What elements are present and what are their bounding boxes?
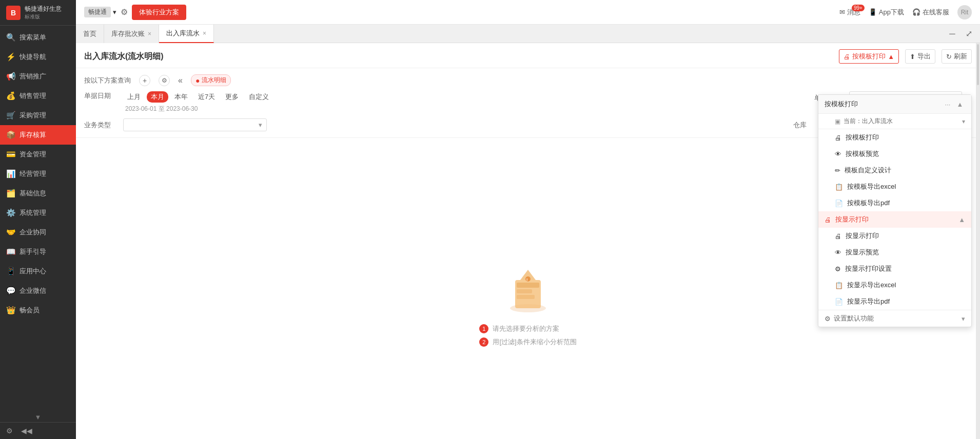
tab-close-stock-flow[interactable]: × [203,30,206,37]
sidebar-item-nav[interactable]: ⚡ 快捷导航 [0,47,76,67]
business-type-select[interactable]: ▾ [123,118,267,131]
nav-icon: ⚡ [6,52,15,62]
sidebar-item-basic[interactable]: 🗂️ 基础信息 [0,184,76,203]
sidebar-item-search[interactable]: 🔍 搜索菜单 [0,28,76,47]
sidebar-item-system[interactable]: ⚙️ 系统管理 [0,203,76,223]
sidebar-item-coop[interactable]: 🤝 企业协同 [0,223,76,242]
sidebar-menu: 🔍 搜索菜单 ⚡ 快捷导航 📢 营销推广 💰 销售管理 🛒 采购管理 📦 [0,26,76,412]
tab-minimize-btn[interactable]: ─ [945,27,959,41]
operation-icon: 📊 [6,169,15,178]
message-btn[interactable]: ✉ 消息 99+ [839,8,860,17]
dropdown-template-design[interactable]: ✏ 模板自定义设计 [818,162,971,178]
template-print-icon: 🖨 [835,134,841,142]
dropdown-header: 按模板打印 ··· ▲ [818,95,971,114]
tab-expand-btn[interactable]: ⤢ [962,27,976,41]
tab-close-inventory-batch[interactable]: × [148,30,151,37]
page-title: 出入库流水(流水明细) [84,51,164,62]
sidebar-settings-btn[interactable]: ⚙ [6,427,13,435]
date-option-this-year[interactable]: 本年 [170,91,192,103]
tab-home[interactable]: 首页 [76,25,104,43]
dropdown-display-pdf[interactable]: 📄 按显示导出pdf [818,293,971,310]
dropdown-header-actions: ··· ▲ [943,99,965,109]
sidebar-footer: ⚙ ◀◀ [0,422,76,439]
message-icon: ✉ [839,8,845,16]
dropdown-current[interactable]: ▣ 当前：出入库流水 ▾ [818,114,971,129]
date-option-last-month[interactable]: 上月 [123,91,145,103]
date-option-7days[interactable]: 近7天 [194,91,219,103]
filter-tag[interactable]: ● 流水明细 [191,74,231,86]
dropdown-template-preview[interactable]: 👁 按模板预览 [818,146,971,162]
tab-inventory-batch[interactable]: 库存批次账 × [104,25,159,43]
trial-btn[interactable]: 体验行业方案 [132,5,186,20]
date-options: 上月 本月 本年 近7天 更多 自定义 [123,91,273,103]
current-dropdown-arrow: ▾ [962,118,965,125]
marketing-icon: 📢 [6,72,15,81]
sidebar-item-app[interactable]: 📱 应用中心 [0,262,76,281]
dropdown-footer[interactable]: ⚙ 设置默认功能 ▾ [818,310,971,327]
app-download-btn[interactable]: 📱 App下载 [869,8,904,17]
svg-text:!: ! [526,278,527,282]
date-range: 2023-06-01 至 2023-06-30 [125,105,273,113]
service-btn[interactable]: 🎧 在线客服 [912,8,949,17]
filter-collapse-left-btn[interactable]: « [178,76,183,85]
tab-stock-flow[interactable]: 出入库流水 × [159,25,214,43]
template-print-btn[interactable]: 🖨 按模板打印 ▲ [839,49,899,64]
dropdown-template-excel[interactable]: 📋 按模板导出excel [818,178,971,195]
account-selector[interactable]: 畅捷通 ▾ [84,7,116,17]
business-type-label: 业务类型 [84,121,115,130]
dropdown-display-preview[interactable]: 👁 按显示预览 [818,244,971,261]
dropdown-display-print-group[interactable]: 🖨 按显示打印 ▲ [818,211,971,228]
dropdown-display-excel[interactable]: 📋 按显示导出excel [818,277,971,293]
dropdown-display-print-settings[interactable]: ⚙ 按显示打印设置 [818,261,971,277]
footer-arrow: ▾ [962,315,965,323]
export-btn[interactable]: ⬆ 导出 [905,49,935,64]
display-excel-icon: 📋 [835,282,843,289]
user-avatar[interactable]: Rit [957,5,972,19]
export-icon: ⬆ [910,53,915,61]
filter-settings-btn[interactable]: ⚙ [159,75,170,86]
page-header-actions: 🖨 按模板打印 ▲ ⬆ 导出 ↻ 刷新 [839,49,972,64]
headset-icon: 🎧 [912,8,920,16]
basic-icon: 🗂️ [6,189,15,198]
member-icon: 👑 [6,306,15,315]
date-option-custom[interactable]: 自定义 [245,91,273,103]
sidebar-item-member[interactable]: 👑 畅会员 [0,301,76,320]
sidebar-item-sales[interactable]: 💰 销售管理 [0,86,76,106]
sidebar-item-operation[interactable]: 📊 经营管理 [0,164,76,184]
sidebar-item-purchase[interactable]: 🛒 采购管理 [0,106,76,125]
business-dropdown-icon: ▾ [259,121,262,129]
refresh-icon: ↻ [946,53,952,61]
tab-bar: 首页 库存批次账 × 出入库流水 × ─ ⤢ [76,25,980,43]
dropdown-display-print[interactable]: 🖨 按显示打印 [818,228,971,244]
sidebar-collapse-btn[interactable]: ◀◀ [21,427,32,435]
filter-add-btn[interactable]: + [139,75,150,86]
svg-rect-2 [517,283,539,288]
dropdown-collapse-btn[interactable]: ▲ [955,99,965,109]
sidebar-item-guide[interactable]: 📖 新手引导 [0,242,76,262]
dropdown-template-print[interactable]: 🖨 按模板打印 [818,129,971,146]
sidebar-item-inventory[interactable]: 📦 库存核算 [0,125,76,145]
date-label: 单据日期 [84,91,115,101]
sidebar-item-wechat[interactable]: 💬 企业微信 [0,281,76,301]
right-scrollbar[interactable] [976,43,980,439]
print-icon: 🖨 [844,53,850,61]
empty-tip-1: 1 请先选择要分析的方案 [479,324,576,333]
dropdown-template-pdf[interactable]: 📄 按模板导出pdf [818,195,971,211]
sidebar-item-finance[interactable]: 💳 资金管理 [0,145,76,164]
svg-rect-4 [517,295,535,299]
sales-icon: 💰 [6,91,15,101]
empty-tip-2: 2 用[过滤]条件来缩小分析范围 [479,337,576,347]
app-name-text: 畅捷通好生意 标准版 [25,5,62,20]
sidebar-item-marketing[interactable]: 📢 营销推广 [0,67,76,86]
chevron-up-icon: ▲ [888,53,894,61]
filter-label: 按以下方案查询 [84,76,131,85]
svg-rect-3 [517,289,532,293]
sidebar-scroll-down[interactable]: ▼ [0,412,76,422]
top-bar: 畅捷通 ▾ ⚙ 体验行业方案 ✉ 消息 99+ 📱 App下载 🎧 [76,0,980,25]
refresh-btn[interactable]: ↻ 刷新 [942,49,972,64]
date-option-more[interactable]: 更多 [221,91,243,103]
plus-icon: + [143,76,147,85]
search-icon: 🔍 [6,33,15,42]
settings-gear-btn[interactable]: ⚙ [121,7,128,17]
date-option-this-month[interactable]: 本月 [147,91,168,103]
